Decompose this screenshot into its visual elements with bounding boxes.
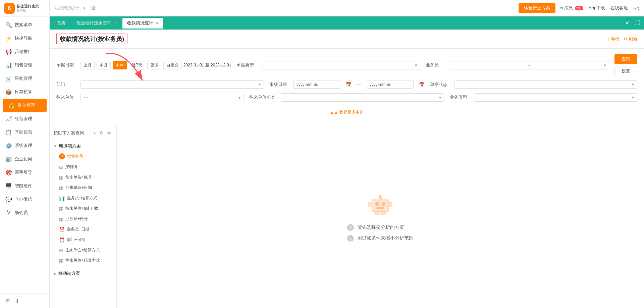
scheme-section-title-pc[interactable]: ▼电脑端方案 bbox=[50, 141, 116, 151]
partner-settlement1-icon: ⊞ bbox=[59, 248, 63, 253]
refresh-btn[interactable]: ↺ 刷新 bbox=[624, 36, 637, 42]
audit-date-to-calendar-icon[interactable]: 📅 bbox=[419, 82, 425, 87]
sidebar-item-guide[interactable]: 🎯新手引导 bbox=[0, 166, 49, 179]
partner-category-label: 往来单位分类 bbox=[249, 94, 275, 100]
empty-step-1: 1 请先选择要分析的方案 bbox=[347, 224, 414, 231]
dept-label: 部门 bbox=[56, 82, 75, 88]
collapse-sidebar-icon[interactable]: ⏸ bbox=[14, 298, 19, 304]
sidebar-item-operations[interactable]: 📈经营管理 bbox=[0, 112, 49, 125]
collapse-up-icon: ▲▲ bbox=[330, 110, 338, 115]
partner-more-icon[interactable]: ··· bbox=[84, 94, 88, 100]
sidebar-item-marketing[interactable]: 📢营销推广 bbox=[0, 45, 49, 58]
sidebar-item-member[interactable]: V畅会员 bbox=[0, 206, 49, 219]
main-content: 收款情况统计 ▾ ⚙ 体验行业方案 ✉ 消息 99+ App下载 在线客服 Ri… bbox=[50, 0, 644, 308]
app-download-btn[interactable]: App下载 bbox=[589, 5, 605, 11]
empty-state: 1 请先选择要分析的方案 2 用过滤条件来缩小分析范围 bbox=[117, 124, 644, 308]
date-range: 2023-01-01 至 2023-12-31 bbox=[183, 62, 231, 68]
tab-bar-right: ✕ ⛶ bbox=[624, 18, 641, 28]
audit-date-from-calendar-icon[interactable]: 📅 bbox=[346, 82, 352, 87]
page-header: 收款情况统计(按业务员) ↑ 导出 ↺ 刷新 bbox=[50, 30, 644, 49]
svg-rect-1 bbox=[375, 202, 379, 206]
header-gear-icon[interactable]: ⚙ bbox=[91, 5, 96, 11]
scheme-item-by-salesman[interactable]: ↺按业务员 bbox=[50, 151, 116, 162]
audit-date-to[interactable] bbox=[367, 81, 414, 89]
sidebar: 6 畅捷通好生意 标准版 🔍搜索菜单⚡快捷导航📢营销推广📊销售管理🛒采购管理📦库… bbox=[0, 0, 50, 308]
scheme-item-partner-settlement1[interactable]: ⊞往来单位+结算方式 bbox=[50, 245, 116, 255]
settings-icon[interactable]: ⚙ bbox=[5, 298, 10, 304]
maximize-icon[interactable]: ⛶ bbox=[633, 18, 641, 28]
date-custom[interactable]: 自定义 bbox=[163, 61, 181, 69]
sidebar-item-enterprise[interactable]: 🏢企业协同 bbox=[0, 152, 49, 166]
sidebar-item-sales[interactable]: 📊销售管理 bbox=[0, 58, 49, 72]
partner-select[interactable]: ··· ▾ bbox=[80, 93, 244, 102]
sidebar-label-enterprise: 企业协同 bbox=[15, 156, 32, 162]
date-7-days[interactable]: 近7天 bbox=[129, 61, 145, 69]
query-btn[interactable]: 查询 bbox=[614, 54, 637, 64]
scheme-item-salesman-settlement[interactable]: 📊业务员+结算方式 bbox=[50, 193, 116, 203]
collapse-scheme-icon[interactable]: ≪ bbox=[106, 130, 112, 137]
svg-rect-0 bbox=[372, 199, 389, 212]
scheme-btn[interactable]: 体验行业方案 bbox=[519, 3, 555, 13]
sidebar-item-hardware[interactable]: 🖥️智能硬件 bbox=[0, 179, 49, 193]
business-type-dropdown-icon: ▾ bbox=[632, 95, 634, 100]
scheme-item-partner-settlement2[interactable]: ▦往来单位+结算方式 bbox=[50, 255, 116, 266]
salesman-select[interactable]: ··· ▾ bbox=[450, 61, 609, 69]
partner-category-select[interactable]: ▾ bbox=[281, 93, 444, 102]
scheme-item-by-partner-dept[interactable]: ▦按来单位+部门+收... bbox=[50, 203, 116, 214]
voucher-type-select[interactable]: ▾ bbox=[261, 61, 420, 69]
sidebar-item-quick-nav[interactable]: ⚡快捷导航 bbox=[0, 32, 49, 45]
sidebar-item-purchase[interactable]: 🛒采购管理 bbox=[0, 72, 49, 85]
sidebar-item-inventory[interactable]: 📦库存核算 bbox=[0, 85, 49, 99]
tab-home[interactable]: 首页 bbox=[52, 18, 70, 29]
scheme-item-by-detail[interactable]: ⊞按明细 bbox=[50, 162, 116, 172]
messages-btn[interactable]: ✉ 消息 99+ bbox=[559, 5, 583, 11]
collapse-label: 收起更多条件 bbox=[339, 109, 364, 115]
sidebar-item-finance[interactable]: 💰资金管理 bbox=[3, 99, 47, 112]
sidebar-item-basic[interactable]: 📋基础信息 bbox=[0, 125, 49, 139]
scheme-item-salesman-account[interactable]: ▦业务员+账号 bbox=[50, 214, 116, 224]
scheme-panel-header: 按以下方案查询 ＋ ⚙ ≪ bbox=[50, 127, 116, 140]
tab-bar: 首页现金银行流水查询✕收款情况统计✕ ✕ ⛶ bbox=[50, 16, 644, 30]
scheme-item-partner-account[interactable]: ▦往来单位+账号 bbox=[50, 172, 116, 183]
voucher-status-select[interactable]: ▾ bbox=[454, 80, 638, 89]
date-this-year[interactable]: 本年 bbox=[113, 61, 127, 69]
user-name[interactable]: Rit bbox=[633, 6, 639, 11]
sidebar-item-wechat[interactable]: 💬企业微信 bbox=[0, 193, 49, 206]
settings-scheme-icon[interactable]: ⚙ bbox=[99, 130, 105, 137]
online-service-btn[interactable]: 在线客服 bbox=[610, 5, 628, 11]
tab-bank-flow[interactable]: 现金银行流水查询✕ bbox=[72, 18, 121, 29]
scheme-item-label-salesman-date: 业务员+日期 bbox=[67, 226, 89, 232]
filter-panel: 单据日期 上月 本月 本年 近7天 更多 自定义 2023-01-01 至 20… bbox=[50, 49, 644, 124]
header-breadcrumb: 收款情况统计 bbox=[55, 5, 79, 11]
add-scheme-icon[interactable]: ＋ bbox=[92, 130, 98, 137]
section-label-mobile: 移动端方案 bbox=[58, 270, 80, 276]
scheme-item-salesman-date[interactable]: ⏰业务员+日期 bbox=[50, 224, 116, 235]
date-to: 2023-12-31 bbox=[211, 63, 231, 67]
date-more[interactable]: 更多 bbox=[147, 61, 161, 69]
date-last-month[interactable]: 上月 bbox=[80, 61, 95, 69]
sidebar-label-marketing: 营销推广 bbox=[15, 49, 32, 55]
dept-select[interactable]: ▾ bbox=[80, 80, 264, 89]
close-window-icon[interactable]: ✕ bbox=[624, 18, 631, 28]
logo-badge: 标准版 bbox=[17, 8, 39, 13]
scheme-item-label-by-partner-dept: 按来单位+部门+收... bbox=[65, 206, 102, 211]
export-btn[interactable]: ↑ 导出 bbox=[607, 36, 620, 42]
tab-collection-stats[interactable]: 收款情况统计✕ bbox=[122, 18, 163, 29]
business-type-select[interactable]: ▾ bbox=[474, 93, 637, 102]
scheme-item-partner-date[interactable]: ▦往来单位+日期 bbox=[50, 183, 116, 193]
scheme-section-title-mobile[interactable]: ▶移动端方案 bbox=[50, 268, 116, 278]
page-title: 收款情况统计(按业务员) bbox=[56, 34, 127, 44]
date-this-month[interactable]: 本月 bbox=[97, 61, 111, 69]
voucher-status-label: 单据状态 bbox=[430, 82, 449, 88]
tab-close-bank-flow[interactable]: ✕ bbox=[113, 21, 116, 25]
sidebar-nav: 🔍搜索菜单⚡快捷导航📢营销推广📊销售管理🛒采购管理📦库存核算💰资金管理📈经营管理… bbox=[0, 17, 49, 293]
sidebar-item-system[interactable]: ⚙️系统管理 bbox=[0, 139, 49, 152]
audit-date-from[interactable] bbox=[293, 81, 340, 89]
collapse-bar[interactable]: ▲▲ 收起更多条件 bbox=[56, 106, 637, 118]
settings-btn[interactable]: 设置 bbox=[614, 66, 637, 76]
tab-close-collection-stats[interactable]: ✕ bbox=[155, 21, 158, 25]
audit-date-label: 审核日期 bbox=[269, 82, 288, 88]
sidebar-item-search[interactable]: 🔍搜索菜单 bbox=[0, 18, 49, 32]
scheme-item-dept-date[interactable]: ⏰部门+日期 bbox=[50, 235, 116, 245]
by-partner-dept-icon: ▦ bbox=[59, 206, 63, 211]
